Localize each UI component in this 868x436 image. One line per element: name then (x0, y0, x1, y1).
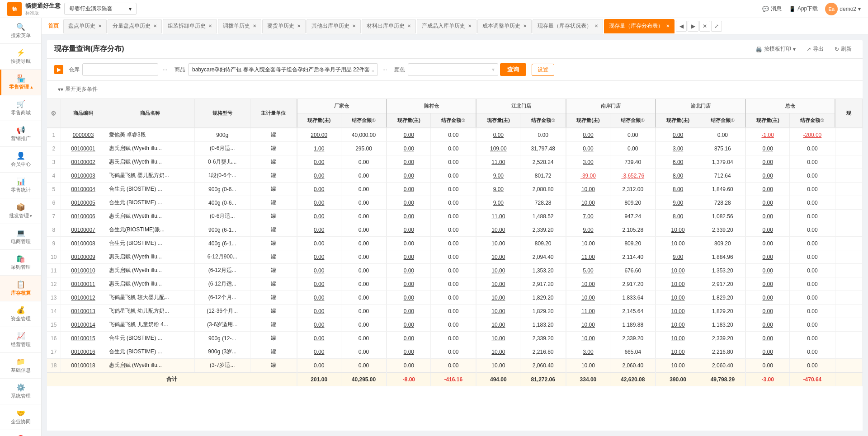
row-na-stock: 10.00 (566, 237, 610, 250)
expand-conditions-bar: ▾▾ 展开更多条件 (47, 81, 863, 99)
tab-close-all-button[interactable]: ✕ (699, 21, 710, 32)
sidebar-item-quicknav[interactable]: ⚡ 快捷导航 (0, 44, 41, 70)
info-icon[interactable]: ① (551, 118, 555, 123)
row-spec: 900g (194, 128, 250, 142)
tab-stock4[interactable]: 调拨单历史 ✕ (218, 19, 261, 33)
goods-input[interactable] (188, 63, 378, 76)
export-button[interactable]: ↗ 导出 (803, 43, 827, 55)
tab-close-icon[interactable]: ✕ (407, 23, 411, 28)
row-num: 18 (47, 359, 61, 373)
sidebar-item-retailstat[interactable]: 📊 零售统计 (0, 173, 41, 198)
row-c-stock: 0.00 (387, 128, 431, 142)
sidebar-item-member[interactable]: 👤 会员中心 (0, 147, 41, 173)
tab-stock3[interactable]: 组装拆卸单历史 ✕ (163, 19, 217, 33)
sidebar-item-retailshop[interactable]: 🛒 零售商城 (0, 95, 41, 121)
tab-stock5[interactable]: 要货单历史 ✕ (262, 19, 306, 33)
sidebar-item-inventory[interactable]: 📋 库存核算 (0, 276, 41, 301)
row-extra (835, 128, 862, 142)
info-icon[interactable]: ① (461, 118, 465, 123)
tab-close-icon[interactable]: ✕ (352, 23, 356, 28)
tab-fullscreen-button[interactable]: ⤢ (711, 21, 722, 32)
row-yb-amt: 1,849.60 (700, 183, 745, 196)
row-code: 00100012 (61, 291, 106, 305)
row-na-amt: 809.20 (610, 237, 656, 250)
row-name: 合生元 (BIOSTIME) ... (106, 332, 194, 345)
info-icon[interactable]: ① (372, 118, 376, 123)
row-num: 17 (47, 345, 61, 359)
tab-prev-button[interactable]: ◀ (676, 21, 687, 32)
tab-next-button[interactable]: ▶ (688, 21, 698, 32)
tab-close-icon[interactable]: ✕ (253, 23, 256, 28)
sidebar-item-newguide[interactable]: 🎯 新手引导 (0, 430, 41, 436)
user-menu[interactable]: Ea demo2 ▾ (825, 3, 861, 15)
sidebar-item-finance[interactable]: 💰 资金管理 (0, 301, 41, 327)
warehouse-input[interactable] (82, 63, 158, 76)
row-c-stock: 0.00 (387, 183, 431, 196)
table-row: 4 00100003 飞鹤星飞帆 婴儿配方奶... 1段(0-6个... 罐 0… (47, 169, 863, 183)
sidebar-item-marketing[interactable]: 📢 营销推广 (0, 121, 41, 147)
tab-close-icon[interactable]: ✕ (523, 23, 527, 28)
row-jb-amt: 0.00 (520, 128, 566, 142)
tab-stock11[interactable]: 现存量（库存分布表） ✕ (604, 19, 675, 33)
tab-close-icon[interactable]: ✕ (468, 23, 472, 28)
row-na-amt: 1,189.88 (610, 318, 656, 332)
tab-close-icon[interactable]: ✕ (98, 23, 102, 28)
col-settings[interactable]: ⚙ (47, 99, 61, 128)
row-unit: 罐 (250, 169, 297, 183)
print-button[interactable]: 🖨️ 按模板打印 ▾ (752, 43, 799, 55)
tab-close-icon[interactable]: ✕ (297, 23, 301, 28)
row-name: 飞鹤星飞帆 幼儿配方奶... (106, 305, 194, 318)
query-button[interactable]: 查询 (500, 63, 526, 76)
sidebar-item-retail[interactable]: 🏪 零售管理▲ (0, 70, 41, 95)
finance-icon: 💰 (0, 306, 41, 314)
tab-stock8[interactable]: 产成品入库单历史 ✕ (417, 19, 476, 33)
setting-button[interactable]: 设置 (532, 64, 554, 76)
tab-close-icon[interactable]: ✕ (666, 23, 670, 28)
tab-stock7[interactable]: 材料出库单历史 ✕ (362, 19, 416, 33)
tab-close-icon[interactable]: ✕ (153, 23, 157, 28)
warehouse-ellipsis-button[interactable]: ··· (161, 66, 169, 73)
sidebar-item-basic[interactable]: 📁 基础信息 (0, 353, 41, 379)
row-f-stock: 0.00 (297, 277, 341, 291)
row-name: 惠氏启赋 (Wyeth illu... (106, 155, 194, 169)
sidebar-item-system[interactable]: ⚙️ 系统管理 (0, 379, 41, 404)
tab-stock9[interactable]: 成本调整单历史 ✕ (477, 19, 532, 33)
sidebar-item-corp[interactable]: 🤝 企业协同 (0, 404, 41, 430)
sidebar-item-search[interactable]: 🔍 搜索英单 (0, 18, 41, 44)
company-selector[interactable]: 母婴行业演示陈套 ▾ (64, 3, 137, 15)
row-code: 00100013 (61, 305, 106, 318)
row-total-stock: 0.00 (745, 291, 790, 305)
info-icon[interactable]: ① (820, 118, 824, 123)
row-yb-amt: 2,339.20 (700, 223, 745, 237)
goods-ellipsis-button[interactable]: ··· (381, 66, 389, 73)
row-unit: 罐 (250, 128, 297, 142)
expand-conditions-button[interactable]: ▾▾ 展开更多条件 (54, 84, 855, 95)
tab-home[interactable]: 首页 (43, 19, 63, 33)
info-icon[interactable]: ① (731, 118, 735, 123)
col-nanan-header: 南岸门店 (566, 99, 656, 113)
refresh-button[interactable]: ↻ 刷新 (831, 43, 855, 55)
sidebar-item-wholesale[interactable]: 📦 批发管理▾ (0, 198, 41, 224)
expand-toggle-button[interactable]: ▶ (54, 65, 63, 74)
tab-stock6[interactable]: 其他出库单历史 ✕ (307, 19, 361, 33)
color-input[interactable] (408, 63, 498, 76)
tab-stock1[interactable]: 盘点单历史 ✕ (63, 19, 107, 33)
sidebar-item-purchase[interactable]: 🛍️ 采购管理 (0, 250, 41, 276)
row-total-stock: 0.00 (745, 305, 790, 318)
row-spec: 900g (0-6... (194, 183, 250, 196)
settings-icon[interactable]: ⚙ (51, 110, 57, 117)
row-unit: 罐 (250, 291, 297, 305)
tab-close-icon[interactable]: ✕ (208, 23, 212, 28)
message-button[interactable]: 💬 消息 (762, 5, 782, 13)
info-icon[interactable]: ① (641, 118, 645, 123)
app-download-button[interactable]: 📱 App下载 (789, 5, 818, 13)
row-jb-stock: 10.00 (476, 223, 520, 237)
tab-close-icon[interactable]: ✕ (594, 23, 598, 28)
row-total-stock: 0.00 (745, 318, 790, 332)
tab-stock2[interactable]: 分量盘点单历史 ✕ (108, 19, 162, 33)
table-row: 8 00100007 合生元(BIOSTIME)派... 900g (6-1..… (47, 223, 863, 237)
sidebar-item-ecommerce[interactable]: 💻 电商管理 (0, 224, 41, 250)
tab-stock10[interactable]: 现存量（库存状况表） ✕ (533, 19, 603, 33)
table-row: 10 00100009 惠氏启赋 (Wyeth illu... 6-12月900… (47, 250, 863, 264)
sidebar-item-operation[interactable]: 📈 经营管理 (0, 327, 41, 353)
